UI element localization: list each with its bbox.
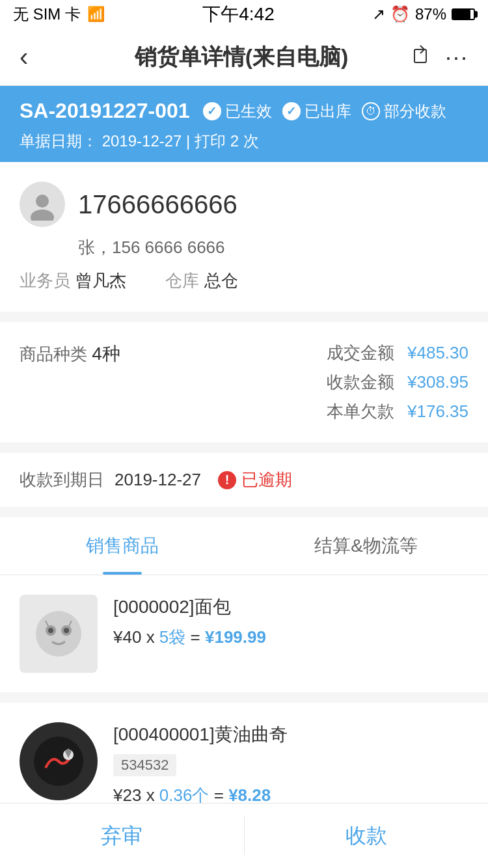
more-icon[interactable]: ··· <box>445 44 468 71</box>
received-value: ¥308.95 <box>407 372 468 392</box>
status-left: 无 SIM 卡 📶 <box>13 4 105 25</box>
status-activated: 已生效 <box>203 101 272 122</box>
svg-point-8 <box>64 628 69 633</box>
location-icon: ↗ <box>372 5 385 23</box>
overdue-text: 已逾期 <box>241 468 292 491</box>
order-id: SA-20191227-001 <box>20 99 190 123</box>
amount-value: ¥485.30 <box>407 343 468 363</box>
svg-point-7 <box>48 628 53 633</box>
time-label: 下午4:42 <box>202 2 275 27</box>
page-title: 销货单详情(来自电脑) <box>135 42 349 72</box>
status-right: ↗ ⏰ 87% <box>372 5 475 23</box>
product-name-1: [0000002]面包 <box>113 595 468 619</box>
stats-left: 商品种类 4种 <box>20 342 120 366</box>
customer-meta: 业务员 曾凡杰 仓库 总仓 <box>20 269 468 292</box>
received-label: 收款金额 <box>327 371 394 394</box>
bottom-bar: 弃审 收款 <box>0 803 488 868</box>
product-info-1: [0000002]面包 ¥40 x 5袋 = ¥199.99 <box>113 595 468 649</box>
check-icon-2 <box>282 102 301 120</box>
overdue-badge: ! 已逾期 <box>218 468 292 491</box>
clock-icon: ⏱ <box>362 102 380 120</box>
salesperson-label: 业务员 <box>20 269 70 292</box>
warehouse-value: 总仓 <box>204 269 238 292</box>
order-date-line: 单据日期： 2019-12-27 | 打印 2 次 <box>20 131 468 152</box>
due-section: 收款到期日 2019-12-27 ! 已逾期 <box>0 453 488 507</box>
salesperson-value: 曾凡杰 <box>75 269 126 292</box>
customer-id: 17666666666 <box>78 190 237 219</box>
tab-sales-products[interactable]: 销售商品 <box>0 517 244 575</box>
warehouse-label: 仓库 <box>165 269 199 292</box>
product-list: [0000002]面包 ¥40 x 5袋 = ¥199.99 [00040000… <box>0 575 488 826</box>
svg-point-3 <box>31 210 54 221</box>
cancel-button[interactable]: 弃审 <box>0 804 244 868</box>
list-item: [0000002]面包 ¥40 x 5袋 = ¥199.99 <box>0 575 488 692</box>
header-banner: SA-20191227-001 已生效 已出库 ⏱ 部分收款 单据日期： 201… <box>0 86 488 162</box>
alarm-icon: ⏰ <box>390 5 410 23</box>
nav-left: ‹ <box>20 42 72 72</box>
check-icon-1 <box>203 102 221 120</box>
product-price-1: ¥40 x 5袋 = ¥199.99 <box>113 626 468 649</box>
due-date: 2019-12-27 <box>115 470 201 490</box>
wifi-icon: 📶 <box>87 6 105 23</box>
customer-contact: 张，156 6666 6666 <box>20 236 468 259</box>
amount-label: 成交金额 <box>327 342 394 364</box>
customer-section: 17666666666 张，156 6666 6666 业务员 曾凡杰 仓库 总… <box>0 162 488 312</box>
svg-rect-0 <box>414 49 426 62</box>
carrier-label: 无 SIM 卡 <box>13 4 81 25</box>
tabs-section: 销售商品 结算&物流等 <box>0 517 488 575</box>
status-shipped: 已出库 <box>282 101 351 122</box>
tab-settlement[interactable]: 结算&物流等 <box>244 517 488 575</box>
product-thumbnail-1 <box>20 595 98 673</box>
confirm-button[interactable]: 收款 <box>245 804 489 868</box>
owed-value: ¥176.35 <box>407 401 468 422</box>
status-tags: 已生效 已出库 ⏱ 部分收款 <box>203 101 446 122</box>
product-batch-2: 534532 <box>113 754 176 776</box>
svg-point-2 <box>36 195 49 208</box>
stats-section: 商品种类 4种 成交金额 ¥485.30 收款金额 ¥308.95 本单欠款 ¥… <box>0 322 488 442</box>
product-type-count: 4种 <box>92 344 120 364</box>
owed-label: 本单欠款 <box>327 400 394 423</box>
avatar <box>20 182 65 227</box>
product-thumbnail-2 <box>20 722 98 800</box>
overdue-icon: ! <box>218 471 236 489</box>
status-bar: 无 SIM 卡 📶 下午4:42 ↗ ⏰ 87% <box>0 0 488 29</box>
product-type-label: 商品种类 <box>20 344 87 364</box>
share-icon[interactable] <box>411 44 432 70</box>
product-name-2: [000400001]黄油曲奇 <box>113 722 468 747</box>
nav-bar: ‹ 销货单详情(来自电脑) ··· <box>0 29 488 86</box>
product-info-2: [000400001]黄油曲奇 534532 ¥23 x 0.36个 = ¥8.… <box>113 722 468 807</box>
svg-point-4 <box>36 611 81 657</box>
stats-right: 成交金额 ¥485.30 收款金额 ¥308.95 本单欠款 ¥176.35 <box>327 342 468 423</box>
battery-icon <box>452 8 475 20</box>
back-button[interactable]: ‹ <box>20 42 28 72</box>
battery-label: 87% <box>415 5 446 23</box>
status-partial: ⏱ 部分收款 <box>362 101 446 122</box>
nav-right: ··· <box>411 44 468 71</box>
due-label: 收款到期日 <box>20 468 104 491</box>
